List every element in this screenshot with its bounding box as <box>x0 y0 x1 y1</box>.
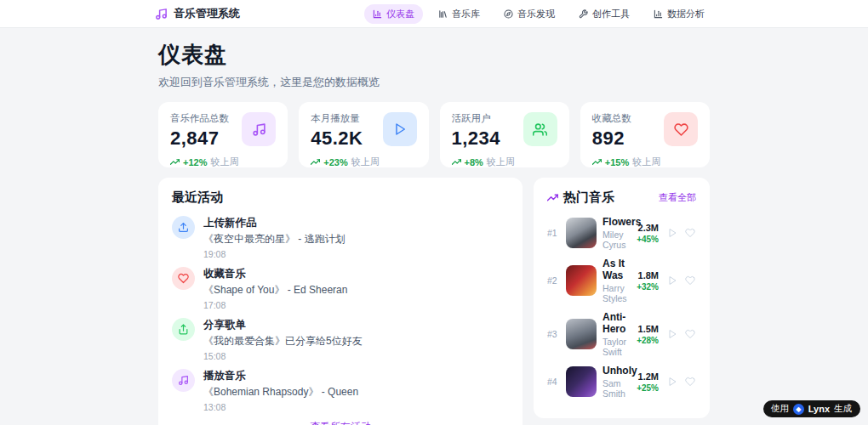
nav-label: 仪表盘 <box>386 8 414 20</box>
badge-brand: Lynx <box>808 404 830 414</box>
stat-value: 2,847 <box>170 128 229 150</box>
song-artist: Sam Smith <box>602 378 631 399</box>
app-header: 音乐管理系统 仪表盘 音乐库 音乐发现 <box>0 0 868 28</box>
play-icon[interactable] <box>666 328 678 340</box>
heart-icon[interactable] <box>684 376 696 388</box>
activity-desc: 《Shape of You》 - Ed Sheeran <box>203 283 347 298</box>
wrench-icon <box>579 9 588 19</box>
lynx-badge[interactable]: 使用 ◆ Lynx 生成 <box>763 400 860 417</box>
music-note-icon <box>242 112 276 146</box>
nav-item-creation-tools[interactable]: 创作工具 <box>570 4 638 24</box>
stat-trend-suffix: 较上周 <box>210 156 238 168</box>
song-artist: Miley Cyrus <box>602 230 631 250</box>
stats-row: 音乐作品总数 2,847 +12% 较上周 本月播放量 45.2K <box>158 102 710 167</box>
play-count: 2.3M <box>637 223 659 233</box>
trending-up-icon <box>592 157 602 167</box>
play-icon <box>383 112 417 146</box>
lynx-logo-icon: ◆ <box>793 404 804 415</box>
stat-trend-value: +15% <box>605 157 629 167</box>
page-title: 仪表盘 <box>158 40 710 70</box>
bar-chart-icon <box>373 9 382 19</box>
activity-title: 上传新作品 <box>203 216 345 230</box>
share-icon <box>172 318 195 341</box>
song-artist: Taylor Swift <box>602 337 631 357</box>
album-art <box>566 319 597 349</box>
hot-music-row-2[interactable]: #2 As It Was Harry Styles 1.8M +32% <box>547 258 696 303</box>
heart-icon[interactable] <box>684 227 696 239</box>
hot-music-row-3[interactable]: #3 Anti-Hero Taylor Swift 1.5M +28% <box>547 311 696 357</box>
play-icon[interactable] <box>666 275 678 286</box>
stat-label: 音乐作品总数 <box>170 112 229 125</box>
rank-label: #3 <box>547 329 560 339</box>
song-title: Flowers <box>602 216 631 228</box>
activity-item-favorite: 收藏音乐 《Shape of You》 - Ed Sheeran 17:08 <box>172 267 509 310</box>
activity-item-play: 播放音乐 《Bohemian Rhapsody》 - Queen 13:08 <box>172 369 509 412</box>
play-count: 1.2M <box>637 371 659 382</box>
nav-item-dashboard[interactable]: 仪表盘 <box>364 4 423 24</box>
activity-title: 收藏音乐 <box>203 267 347 281</box>
stat-value: 1,234 <box>452 128 501 150</box>
activity-item-share: 分享歌单 《我的最爱合集》已分享给5位好友 15:08 <box>172 318 509 361</box>
stat-trend-suffix: 较上周 <box>632 156 660 168</box>
stat-trend-value: +8% <box>465 157 483 167</box>
hot-music-row-4[interactable]: #4 Unholy Sam Smith 1.2M +25% <box>547 365 696 399</box>
stat-trend-suffix: 较上周 <box>351 156 380 168</box>
activity-time: 13:08 <box>203 402 358 412</box>
trending-up-icon <box>311 157 320 167</box>
stat-trend-value: +23% <box>323 157 347 167</box>
play-icon[interactable] <box>666 227 678 239</box>
view-all-activity-link[interactable]: 查看所有活动 <box>172 420 509 425</box>
library-icon <box>438 9 448 19</box>
hot-music-row-1[interactable]: #1 Flowers Miley Cyrus 2.3M +45% <box>547 216 696 250</box>
nav-label: 创作工具 <box>592 8 630 20</box>
song-artist: Harry Styles <box>602 283 631 303</box>
heart-icon[interactable] <box>684 328 696 340</box>
stat-card-total-favorites: 收藏总数 892 +15% 较上周 <box>580 102 710 167</box>
stat-card-total-works: 音乐作品总数 2,847 +12% 较上周 <box>158 102 288 167</box>
upload-icon <box>172 216 195 239</box>
play-count: 1.5M <box>637 324 659 334</box>
trending-up-icon <box>547 192 558 203</box>
compass-icon <box>504 9 513 19</box>
trend-percent: +45% <box>637 235 659 244</box>
stat-label: 本月播放量 <box>311 112 363 125</box>
logo-music-icon <box>155 8 168 20</box>
album-art <box>566 366 597 397</box>
nav-item-data-analysis[interactable]: 数据分析 <box>645 4 713 24</box>
activity-title: 分享歌单 <box>203 318 363 332</box>
rank-label: #4 <box>547 377 560 387</box>
trend-percent: +25% <box>637 383 659 393</box>
stat-card-monthly-plays: 本月播放量 45.2K +23% 较上周 <box>299 102 428 167</box>
recent-activity-card: 最近活动 上传新作品 《夜空中最亮的星》 - 逃跑计划 19:08 <box>158 178 523 425</box>
stat-label: 收藏总数 <box>592 112 631 125</box>
dashboard-main: 仪表盘 欢迎回到音乐管理系统，这里是您的数据概览 音乐作品总数 2,847 +1… <box>158 28 710 425</box>
song-title: As It Was <box>602 258 631 281</box>
nav-item-music-library[interactable]: 音乐库 <box>430 4 488 24</box>
app-logo[interactable]: 音乐管理系统 <box>155 6 240 21</box>
stat-card-active-users: 活跃用户 1,234 +8% 较上周 <box>440 102 569 167</box>
main-nav: 仪表盘 音乐库 音乐发现 创作工具 <box>364 4 713 24</box>
activity-desc: 《我的最爱合集》已分享给5位好友 <box>203 334 363 348</box>
album-art <box>566 265 597 296</box>
play-icon[interactable] <box>666 376 678 388</box>
activity-item-upload: 上传新作品 《夜空中最亮的星》 - 逃跑计划 19:08 <box>172 216 509 259</box>
rank-label: #1 <box>547 228 560 238</box>
nav-label: 数据分析 <box>667 8 705 20</box>
activity-desc: 《Bohemian Rhapsody》 - Queen <box>203 385 358 400</box>
nav-label: 音乐发现 <box>517 8 555 20</box>
trending-up-icon <box>452 157 461 167</box>
play-count: 1.8M <box>637 270 659 280</box>
heart-icon <box>664 112 698 146</box>
activity-list: 上传新作品 《夜空中最亮的星》 - 逃跑计划 19:08 收藏音乐 《Shape… <box>172 216 509 412</box>
hot-music-title: 热门音乐 <box>563 190 614 206</box>
song-title: Unholy <box>602 365 631 377</box>
song-title: Anti-Hero <box>602 311 631 335</box>
trend-percent: +28% <box>637 336 659 345</box>
stat-trend-suffix: 较上周 <box>487 156 515 168</box>
view-all-hot-music-link[interactable]: 查看全部 <box>659 191 696 204</box>
recent-activity-title: 最近活动 <box>172 190 509 206</box>
heart-icon[interactable] <box>684 275 696 286</box>
rank-label: #2 <box>547 275 560 286</box>
content-grid: 最近活动 上传新作品 《夜空中最亮的星》 - 逃跑计划 19:08 <box>158 178 710 425</box>
nav-item-music-discovery[interactable]: 音乐发现 <box>495 4 563 24</box>
